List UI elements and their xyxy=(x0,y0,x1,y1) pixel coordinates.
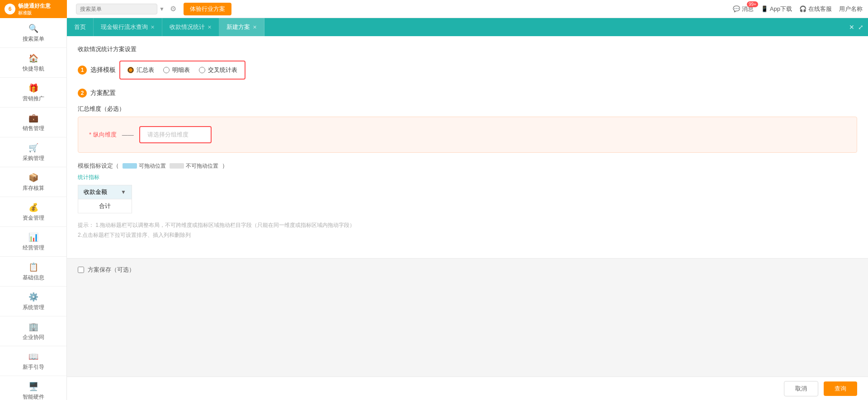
sidebar-item-label: 资金管理 xyxy=(23,214,44,222)
tab-new-plan[interactable]: 新建方案 ✕ xyxy=(219,18,264,36)
service-icon: 🎧 xyxy=(799,5,807,12)
draggable-legend-label: 可拖动位置 xyxy=(139,162,166,170)
step2-badge: 2 xyxy=(78,89,87,98)
download-label: App下载 xyxy=(770,5,792,13)
sidebar-item-system[interactable]: ⚙️ 系统管理 xyxy=(0,287,66,316)
sidebar-item-inventory[interactable]: 📦 库存核算 xyxy=(0,167,66,197)
tips-area: 提示： 1.拖动标题栏可以调整布局，不可跨维度或指标区域拖动栏目字段（只能在同一… xyxy=(78,221,857,240)
dropdown-icon[interactable]: ▼ xyxy=(159,6,165,12)
radio-cross-input[interactable] xyxy=(199,67,205,73)
book-icon: 📖 xyxy=(28,352,38,362)
metrics-config: 模板指标设定（ 可拖动位置 不可拖动位置 ） xyxy=(78,162,857,213)
trial-button[interactable]: 体验行业方案 xyxy=(184,3,231,15)
template-select-box: 汇总表 明细表 交叉统计表 xyxy=(119,61,245,80)
tab-collection-stats-close[interactable]: ✕ xyxy=(208,24,212,30)
sidebar-item-purchase[interactable]: 🛒 采购管理 xyxy=(0,137,66,167)
metrics-header[interactable]: 收款金额 ▼ xyxy=(78,185,132,199)
box-icon: 📦 xyxy=(28,173,38,183)
sidebar-item-guide[interactable]: 📖 新手引导 xyxy=(0,346,66,376)
sidebar-item-enterprise[interactable]: 🏢 企业协同 xyxy=(0,316,66,346)
radio-summary-input[interactable] xyxy=(127,67,134,73)
sidebar-item-label: 智能硬件 xyxy=(23,393,44,400)
save-checkbox[interactable] xyxy=(78,267,84,273)
radio-cross[interactable]: 交叉统计表 xyxy=(199,66,237,74)
app-download-button[interactable]: 📱 App下载 xyxy=(761,5,792,13)
search-input[interactable] xyxy=(76,4,157,14)
tab-bank-flow[interactable]: 现金银行流水查询 ✕ xyxy=(94,18,162,36)
arrow-icon: —— xyxy=(122,132,134,138)
search-bar-wrap: ▼ xyxy=(76,4,165,14)
sidebar-item-marketing[interactable]: 🎁 营销推广 xyxy=(0,78,66,108)
cancel-button[interactable]: 取消 xyxy=(784,381,818,396)
tip-1: 提示： 1.拖动标题栏可以调整布局，不可跨维度或指标区域拖动栏目字段（只能在同一… xyxy=(78,221,857,231)
metrics-config-label: 模板指标设定（ xyxy=(78,162,119,170)
form-footer: 方案保存（可选） xyxy=(67,258,868,281)
header-right: 💬 消息 99+ 📱 App下载 🎧 在线客服 用户名称 xyxy=(733,5,863,13)
logo-text: 畅捷通好生意 xyxy=(18,2,51,10)
close-window-icon[interactable]: ✕ xyxy=(849,24,854,31)
radio-detail-input[interactable] xyxy=(163,67,170,73)
sidebar-item-finance[interactable]: 💰 资金管理 xyxy=(0,197,66,227)
gear-icon[interactable]: ⚙ xyxy=(170,5,176,13)
sidebar-item-label: 快捷导航 xyxy=(23,65,44,73)
content-area: 首页 现金银行流水查询 ✕ 收款情况统计 ✕ 新建方案 ✕ ✕ ⤢ 收款情况统计… xyxy=(67,18,868,400)
sidebar-item-label: 营销推广 xyxy=(23,95,44,103)
sidebar-item-nav[interactable]: 🏠 快捷导航 xyxy=(0,48,66,78)
radio-detail[interactable]: 明细表 xyxy=(163,66,190,74)
sidebar-item-label: 库存核算 xyxy=(23,184,44,192)
sidebar-item-label: 系统管理 xyxy=(23,304,44,311)
home-icon: 🏠 xyxy=(28,53,38,63)
save-option[interactable]: 方案保存（可选） xyxy=(78,266,135,274)
logo-icon: 6 xyxy=(5,4,15,14)
dimension-select[interactable]: 请选择分组维度 xyxy=(139,126,212,143)
save-label: 方案保存（可选） xyxy=(88,266,135,274)
vertical-dimension-label: * 纵向维度 xyxy=(89,131,117,139)
online-service-button[interactable]: 🎧 在线客服 xyxy=(799,5,832,13)
sidebar: 🔍 搜索菜单 🏠 快捷导航 🎁 营销推广 💼 销售管理 🛒 采购管理 📦 库存核… xyxy=(0,18,67,400)
user-name[interactable]: 用户名称 xyxy=(839,5,863,13)
step2-header: 2 方案配置 xyxy=(78,89,857,98)
sidebar-item-label: 采购管理 xyxy=(23,155,44,162)
message-icon: 💬 xyxy=(733,5,740,12)
page-content: 收款情况统计方案设置 1 选择模板 汇总表 xyxy=(67,36,868,376)
radio-cross-label: 交叉统计表 xyxy=(208,66,237,74)
tab-collection-stats[interactable]: 收款情况统计 ✕ xyxy=(162,18,219,36)
sidebar-item-hardware[interactable]: 🖥️ 智能硬件 xyxy=(0,376,66,400)
step1-section: 1 选择模板 汇总表 明细表 xyxy=(78,61,857,80)
sidebar-item-basic-info[interactable]: 📋 基础信息 xyxy=(0,257,66,287)
sidebar-item-label: 经营管理 xyxy=(23,244,44,252)
draggable-legend-color xyxy=(123,163,137,169)
tab-bar-actions: ✕ ⤢ xyxy=(849,24,868,31)
tab-home-label: 首页 xyxy=(74,23,86,31)
message-button[interactable]: 💬 消息 99+ xyxy=(733,5,754,13)
chart-icon: 📊 xyxy=(28,232,38,242)
money-icon: 💰 xyxy=(28,202,38,212)
query-button[interactable]: 查询 xyxy=(824,381,857,396)
maximize-icon[interactable]: ⤢ xyxy=(858,24,863,31)
tab-bank-flow-close[interactable]: ✕ xyxy=(151,24,155,30)
tab-home[interactable]: 首页 xyxy=(67,18,94,36)
sidebar-item-label: 企业协同 xyxy=(23,334,44,341)
metrics-dropdown-icon[interactable]: ▼ xyxy=(121,189,126,195)
sidebar-item-sales[interactable]: 💼 销售管理 xyxy=(0,108,66,137)
step1-title: 选择模板 xyxy=(90,66,116,74)
tab-bank-flow-label: 现金银行流水查询 xyxy=(101,23,148,31)
sidebar-item-management[interactable]: 📊 经营管理 xyxy=(0,227,66,257)
radio-detail-label: 明细表 xyxy=(172,66,190,74)
radio-summary[interactable]: 汇总表 xyxy=(127,66,154,74)
radio-summary-label: 汇总表 xyxy=(137,66,154,74)
tab-bar: 首页 现金银行流水查询 ✕ 收款情况统计 ✕ 新建方案 ✕ ✕ ⤢ xyxy=(67,18,868,36)
radio-group: 汇总表 明细表 交叉统计表 xyxy=(127,66,237,74)
sidebar-item-label: 销售管理 xyxy=(23,125,44,132)
sidebar-item-search[interactable]: 🔍 搜索菜单 xyxy=(0,18,66,48)
tab-new-plan-close[interactable]: ✕ xyxy=(253,24,257,30)
gear-icon: ⚙️ xyxy=(28,292,38,302)
edition-badge: 标准版 xyxy=(18,10,51,16)
search-icon: 🔍 xyxy=(28,24,38,33)
dimension-area: * 纵向维度 —— 请选择分组维度 xyxy=(78,117,857,153)
clipboard-icon: 📋 xyxy=(28,262,38,272)
form-container: 收款情况统计方案设置 1 选择模板 汇总表 xyxy=(67,36,868,258)
monitor-icon: 🖥️ xyxy=(28,381,38,391)
non-draggable-legend-color xyxy=(170,163,184,169)
metrics-column-header: 收款金额 xyxy=(84,188,107,196)
